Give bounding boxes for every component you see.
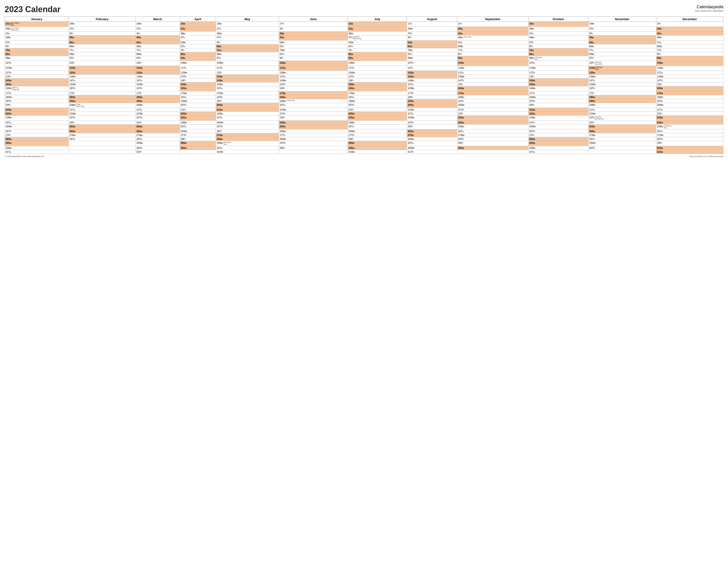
day-name: Su xyxy=(461,121,464,124)
day-name: We xyxy=(591,22,594,25)
table-row: 26 Th xyxy=(528,129,588,133)
day-name: Th xyxy=(592,116,595,119)
header-february: February xyxy=(68,17,136,22)
day-name: Th xyxy=(8,130,11,133)
day-name: Mo xyxy=(7,27,10,30)
day-number: 17 xyxy=(657,92,660,95)
day-name: Mo xyxy=(219,83,223,86)
table-row: 5 Tu xyxy=(457,40,528,44)
table-row: 1 Tu xyxy=(407,22,457,27)
day-name: Su xyxy=(411,134,414,136)
day-number: 21 xyxy=(181,108,183,111)
day-name: Th xyxy=(71,27,74,30)
table-row: 14 Sa xyxy=(5,78,69,82)
day-name: Fr xyxy=(138,32,140,35)
table-row: 1 Fr xyxy=(457,22,528,27)
day-number: 15 xyxy=(657,83,660,86)
day-name: Mo xyxy=(139,134,143,136)
table-row: 3 Tu xyxy=(528,32,588,35)
day-number: 15 xyxy=(349,83,351,86)
table-row: 24 Sa xyxy=(279,121,348,124)
day-name: Su xyxy=(461,92,464,95)
table-row: 17 Su xyxy=(656,91,723,95)
table-row: 21 Fr xyxy=(348,108,407,112)
day-name: Tu xyxy=(8,92,11,95)
table-row: 11 Mo xyxy=(656,66,723,71)
table-row: 7 Th xyxy=(457,48,528,52)
day-name: Sa xyxy=(139,66,142,69)
day-number: 11 xyxy=(657,66,660,69)
day-number: 26 xyxy=(181,130,183,133)
day-name: Fr xyxy=(658,53,661,56)
day-name: Tu xyxy=(282,134,285,136)
day-number: 27 xyxy=(529,134,532,136)
day-name: Fr xyxy=(411,125,413,128)
table-row: 7 Sa xyxy=(5,48,69,52)
table-row: 24 Su xyxy=(656,121,723,124)
table-row: 9 Tu xyxy=(216,56,279,61)
table-row: 29 Su xyxy=(5,141,69,146)
day-name: Mo xyxy=(182,32,185,35)
day-number: 17 xyxy=(408,92,410,95)
day-number: 26 xyxy=(408,130,410,133)
table-row: 19 Su xyxy=(68,99,136,103)
day-number: 22 xyxy=(69,112,72,115)
day-number: 26 xyxy=(69,130,72,133)
day-number: 15 xyxy=(181,83,183,86)
day-number: 11 xyxy=(280,66,282,69)
day-name: Su xyxy=(282,96,285,98)
table-row: 12 Fr xyxy=(216,71,279,75)
day-number: 27 xyxy=(458,134,461,136)
table-row xyxy=(279,150,348,154)
table-row: 26 Su xyxy=(588,129,656,133)
day-name: Mo xyxy=(660,96,663,98)
table-row: 5 Sa xyxy=(407,40,457,44)
day-number: 31 xyxy=(217,150,219,153)
table-row: 5 We xyxy=(180,40,216,44)
table-row: 28 We xyxy=(279,137,348,141)
table-row: 12 We xyxy=(348,71,407,75)
table-row: 21 Fr xyxy=(180,108,216,112)
day-number: 24 xyxy=(5,121,8,124)
table-row: 10 Sa xyxy=(279,61,348,66)
table-row: 17 Fr xyxy=(68,91,136,95)
table-row: 1 Sa xyxy=(348,22,407,27)
table-row: 3 Mo xyxy=(348,32,407,35)
day-number: 20 xyxy=(69,103,72,106)
day-name: Sa xyxy=(183,112,186,115)
day-number: 13 xyxy=(408,75,410,78)
day-name: Tu xyxy=(351,66,354,69)
day-number: 25 xyxy=(217,125,219,128)
day-name: Sa xyxy=(660,146,663,149)
day-name: Fr xyxy=(281,27,283,30)
table-row: 1 We xyxy=(588,22,656,27)
table-row: 10 Mo xyxy=(348,61,407,66)
day-number: 23 xyxy=(5,116,8,119)
day-name: Th xyxy=(282,83,285,86)
day-number: 30 xyxy=(408,146,410,149)
day-name: Fr xyxy=(461,112,463,115)
day-name: Th xyxy=(660,108,663,111)
day-name: Fr xyxy=(183,108,186,111)
day-name: Sa xyxy=(72,96,75,98)
day-number: 13 xyxy=(349,75,351,78)
day-name: Fr xyxy=(592,92,594,95)
day-name: We xyxy=(532,66,535,69)
day-name: We xyxy=(282,79,286,82)
day-name: Mo xyxy=(138,45,141,47)
table-row: 7 Su xyxy=(216,48,279,52)
table-row: 19 Th xyxy=(5,99,69,103)
day-name: Fr xyxy=(660,83,662,86)
day-name: Tu xyxy=(71,49,73,52)
day-number: 23 xyxy=(408,116,410,119)
day-number: 17 xyxy=(589,92,592,95)
table-row: 28 Th xyxy=(656,137,723,141)
day-name: Tu xyxy=(218,57,221,59)
table-row: 24 Mo xyxy=(180,121,216,124)
day-number: 22 xyxy=(589,112,592,115)
day-number: 16 xyxy=(137,87,139,90)
table-row: 3 Fr xyxy=(68,32,136,35)
day-name: Th xyxy=(411,92,414,95)
table-row: 19 Su xyxy=(588,99,656,103)
holiday-label: Juneteenth xyxy=(286,100,295,101)
